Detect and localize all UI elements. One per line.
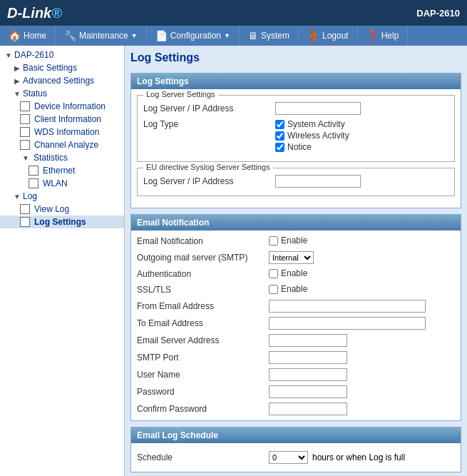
- sidebar-item-basic-settings[interactable]: ▶ Basic Settings: [0, 61, 124, 74]
- to-email-row: To Email Address: [137, 315, 455, 332]
- maintenance-arrow-icon: ▼: [131, 32, 138, 39]
- system-activity-label: System Activity: [287, 119, 345, 129]
- log-server-legend: Log Server Settings: [143, 90, 218, 98]
- log-type-row: Log Type System Activity Wireless Activi…: [143, 117, 448, 156]
- confirm-password-input[interactable]: [269, 402, 347, 415]
- sidebar-item-advanced-settings[interactable]: ▶ Advanced Settings: [0, 74, 124, 87]
- sidebar-log-settings-label: Log Settings: [34, 217, 86, 227]
- system-activity-checkbox-label[interactable]: System Activity: [275, 119, 349, 129]
- system-icon: 🖥: [248, 30, 258, 41]
- nav-maintenance[interactable]: 🔧 Maintenance ▼: [56, 26, 147, 46]
- page-icon: [20, 217, 30, 227]
- sidebar-item-channel-analyze[interactable]: Channel Analyze: [0, 138, 124, 151]
- sidebar-log-label: Log: [23, 191, 37, 201]
- system-activity-checkbox[interactable]: [275, 120, 284, 129]
- ssl-enable-label[interactable]: Enable: [269, 284, 307, 294]
- page-icon: [20, 127, 30, 137]
- password-input[interactable]: [269, 385, 347, 398]
- sidebar-item-view-log[interactable]: View Log: [0, 203, 124, 216]
- confirm-password-row: Confirm Password: [137, 400, 455, 417]
- ssl-label: SSL/TLS: [137, 285, 269, 295]
- ssl-enable-text: Enable: [281, 284, 307, 294]
- configuration-arrow-icon: ▼: [224, 32, 230, 39]
- configuration-icon: 📄: [155, 30, 168, 41]
- auth-checkbox[interactable]: [269, 269, 278, 278]
- eu-directive-fieldgroup: EU directive Syslog Server Settings Log …: [137, 168, 455, 196]
- log-server-ip-row: Log Server / IP Address: [143, 100, 448, 117]
- logo: D-Link®: [7, 5, 62, 21]
- sidebar-channel-analyze-label: Channel Analyze: [34, 140, 98, 150]
- nav-maintenance-label: Maintenance: [79, 31, 128, 41]
- sidebar-device-info-label: Device Information: [34, 101, 106, 111]
- sidebar-wds-info-label: WDS Information: [34, 127, 99, 137]
- auth-enable-label[interactable]: Enable: [269, 268, 307, 278]
- smtp-row: Outgoing mail server (SMTP) Internal Ext…: [137, 249, 455, 266]
- wireless-activity-checkbox[interactable]: [275, 131, 284, 141]
- nav-configuration[interactable]: 📄 Configuration ▼: [147, 26, 240, 46]
- sidebar-item-log[interactable]: ▼ Log: [0, 190, 124, 203]
- nav-logout[interactable]: 🚪 Logout: [299, 26, 358, 46]
- log-server-ip-input[interactable]: [275, 102, 361, 115]
- smtp-port-label: SMTP Port: [137, 353, 269, 363]
- eu-log-server-ip-label: Log Server / IP Address: [143, 176, 275, 186]
- sidebar-item-ethernet[interactable]: Ethernet: [0, 164, 124, 177]
- username-input[interactable]: [269, 368, 347, 381]
- username-label: User Name: [137, 370, 269, 380]
- main-layout: ▼ DAP-2610 ▶ Basic Settings ▶ Advanced S…: [0, 46, 467, 476]
- eu-directive-legend: EU directive Syslog Server Settings: [143, 163, 273, 171]
- ssl-checkbox[interactable]: [269, 285, 278, 294]
- page-icon: [29, 166, 39, 176]
- auth-row: Authentication Enable: [137, 266, 455, 282]
- email-notification-section: Email Notification Email Notification En…: [130, 214, 461, 421]
- to-email-input[interactable]: [269, 317, 426, 330]
- sidebar-item-statistics[interactable]: ▼ Statistics: [0, 151, 124, 164]
- notice-label: Notice: [287, 142, 312, 152]
- schedule-select[interactable]: 0 1 2 6 12 24: [269, 451, 308, 464]
- from-email-input[interactable]: [269, 300, 426, 313]
- content-area: Log Settings Log Settings Log Server Set…: [125, 46, 467, 476]
- nav-home[interactable]: 🏠 Home: [0, 26, 56, 46]
- sidebar-item-status[interactable]: ▼ Status: [0, 87, 124, 100]
- sidebar-item-dap2610[interactable]: ▼ DAP-2610: [0, 49, 124, 61]
- home-icon: 🏠: [9, 30, 21, 41]
- sidebar: ▼ DAP-2610 ▶ Basic Settings ▶ Advanced S…: [0, 46, 125, 476]
- email-notification-enable-label[interactable]: Enable: [269, 236, 307, 245]
- schedule-row: Schedule 0 1 2 6 12 24 hours or when Log…: [137, 449, 455, 466]
- smtp-label: Outgoing mail server (SMTP): [137, 253, 269, 263]
- model-label: DAP-2610: [416, 8, 460, 19]
- sidebar-view-log-label: View Log: [34, 204, 69, 214]
- smtp-port-input[interactable]: [269, 351, 347, 364]
- email-notification-enable-text: Enable: [281, 236, 307, 245]
- sidebar-advanced-settings-label: Advanced Settings: [23, 76, 94, 86]
- sidebar-status-label: Status: [23, 88, 47, 98]
- log-server-fieldgroup: Log Server Settings Log Server / IP Addr…: [137, 95, 455, 162]
- email-notification-header: Email Notification: [131, 215, 461, 231]
- notice-checkbox[interactable]: [275, 143, 284, 152]
- log-type-label: Log Type: [143, 119, 275, 129]
- email-log-schedule-section: Email Log Schedule Schedule 0 1 2 6 12 2…: [130, 427, 461, 472]
- sidebar-ethernet-label: Ethernet: [43, 166, 75, 176]
- log-settings-body: Log Server Settings Log Server / IP Addr…: [131, 89, 461, 208]
- expand-icon: ▶: [11, 64, 23, 72]
- sidebar-item-wds-info[interactable]: WDS Information: [0, 126, 124, 138]
- nav-system[interactable]: 🖥 System: [240, 26, 299, 46]
- sidebar-item-client-info[interactable]: Client Information: [0, 113, 124, 126]
- wireless-activity-checkbox-label[interactable]: Wireless Activity: [275, 131, 349, 141]
- page-title: Log Settings: [130, 51, 461, 67]
- page-icon: [20, 101, 30, 111]
- nav-configuration-label: Configuration: [170, 31, 221, 41]
- nav-logout-label: Logout: [322, 31, 349, 41]
- ssl-row: SSL/TLS Enable: [137, 282, 455, 298]
- email-notification-checkbox[interactable]: [269, 236, 278, 245]
- eu-log-server-ip-input[interactable]: [275, 175, 361, 188]
- sidebar-item-device-info[interactable]: Device Information: [0, 100, 124, 113]
- email-notification-label: Email Notification: [137, 236, 269, 246]
- sidebar-item-wlan[interactable]: WLAN: [0, 177, 124, 190]
- nav-help[interactable]: ❓ Help: [358, 26, 409, 46]
- sidebar-basic-settings-label: Basic Settings: [23, 63, 77, 73]
- sidebar-item-log-settings[interactable]: Log Settings: [0, 216, 124, 228]
- log-server-ip-label: Log Server / IP Address: [143, 103, 275, 113]
- email-server-input[interactable]: [269, 334, 347, 347]
- smtp-select[interactable]: Internal External: [269, 251, 314, 264]
- notice-checkbox-label[interactable]: Notice: [275, 142, 349, 152]
